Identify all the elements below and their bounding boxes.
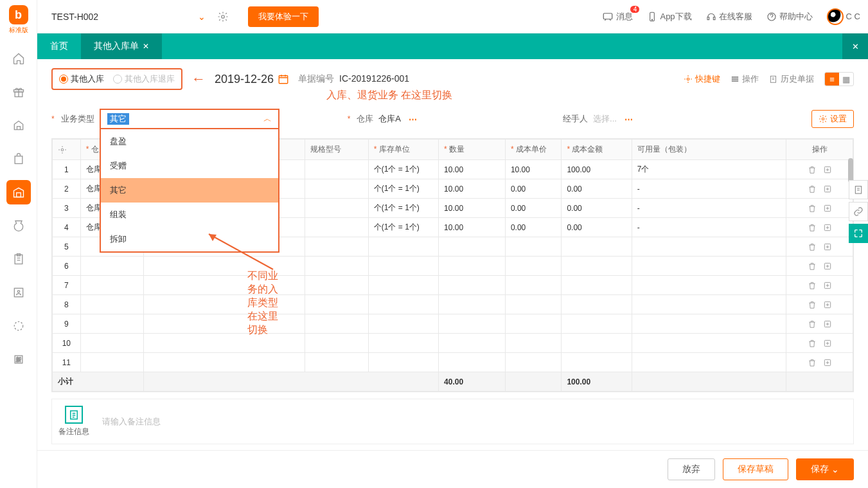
delete-row-icon[interactable] <box>808 262 817 271</box>
cell-item[interactable] <box>144 295 305 314</box>
cell-item[interactable] <box>144 353 305 372</box>
cell-qty[interactable]: 10.00 <box>439 218 506 237</box>
company-select[interactable]: TEST-H002 ⌄ <box>45 6 212 27</box>
dropdown-item[interactable]: 其它 <box>101 178 278 203</box>
ellipsis-icon[interactable]: ⋯ <box>409 114 418 124</box>
add-row-icon[interactable] <box>823 204 832 213</box>
cell-amount[interactable] <box>562 353 632 372</box>
cell-spec[interactable] <box>305 257 368 276</box>
cell-spec[interactable] <box>305 199 368 218</box>
customer-service-link[interactable]: 在线客服 <box>706 11 752 23</box>
nav-cycle-icon[interactable] <box>6 314 31 338</box>
cell-warehouse[interactable] <box>80 295 143 314</box>
delete-row-icon[interactable] <box>808 165 817 174</box>
cell-qty[interactable] <box>439 295 506 314</box>
delete-row-icon[interactable] <box>808 281 817 290</box>
messages-link[interactable]: 消息 4 <box>602 11 633 23</box>
add-row-icon[interactable] <box>823 165 832 174</box>
radio-other-return[interactable]: 其他入库退库 <box>113 73 175 85</box>
cell-spec[interactable] <box>305 353 368 372</box>
cell-price[interactable] <box>505 353 561 372</box>
nav-new-icon[interactable]: 新 <box>6 347 31 372</box>
view-list-button[interactable]: ≡ <box>825 73 839 86</box>
cell-spec[interactable] <box>305 276 368 295</box>
cell-qty[interactable] <box>439 314 506 334</box>
cell-unit[interactable] <box>368 353 438 372</box>
table-row[interactable]: 7 <box>53 276 853 295</box>
cell-price[interactable] <box>505 276 561 295</box>
warehouse-field[interactable]: * 仓库 仓库A ⋯ <box>348 113 418 125</box>
delete-row-icon[interactable] <box>808 300 817 309</box>
add-row-icon[interactable] <box>823 262 832 271</box>
table-row[interactable]: 8 <box>53 295 853 314</box>
cell-unit[interactable]: 个(1个 = 1个) <box>368 199 438 218</box>
add-row-icon[interactable] <box>823 185 832 194</box>
cell-unit[interactable] <box>368 276 438 295</box>
add-row-icon[interactable] <box>823 223 832 232</box>
cell-unit[interactable]: 个(1个 = 1个) <box>368 218 438 237</box>
cell-qty[interactable] <box>439 257 506 276</box>
operations-link[interactable]: 操作 <box>731 73 759 85</box>
tabs-close-all[interactable]: ✕ <box>842 33 868 59</box>
save-button[interactable]: 保存 ⌄ <box>796 458 854 480</box>
cell-amount[interactable] <box>562 334 632 353</box>
try-button[interactable]: 我要体验一下 <box>248 6 319 27</box>
delete-row-icon[interactable] <box>808 204 817 213</box>
rail-note-icon[interactable] <box>849 180 868 199</box>
cell-unit[interactable] <box>368 237 438 257</box>
cell-price[interactable] <box>505 237 561 257</box>
cell-price[interactable] <box>505 257 561 276</box>
delete-row-icon[interactable] <box>808 320 817 329</box>
user-menu[interactable]: C C <box>827 8 860 25</box>
view-grid-button[interactable]: ▦ <box>839 73 853 86</box>
cell-price[interactable] <box>505 314 561 334</box>
doc-date-field[interactable]: 单日期 2019-12-26 <box>215 73 289 86</box>
dropdown-item[interactable]: 受赠 <box>101 154 278 178</box>
add-row-icon[interactable] <box>823 242 832 251</box>
delete-row-icon[interactable] <box>808 242 817 251</box>
cell-warehouse[interactable] <box>80 257 143 276</box>
cell-spec[interactable] <box>305 179 368 199</box>
cell-spec[interactable] <box>305 160 368 179</box>
handler-field[interactable]: 经手人 选择... ⋯ <box>563 113 633 125</box>
cell-warehouse[interactable] <box>80 353 143 372</box>
nav-house-icon[interactable] <box>6 113 31 138</box>
tab-home[interactable]: 首页 <box>37 33 81 59</box>
cell-price[interactable] <box>505 334 561 353</box>
table-row[interactable]: 9 <box>53 314 853 334</box>
cell-unit[interactable] <box>368 334 438 353</box>
help-link[interactable]: 帮助中心 <box>766 11 813 23</box>
nav-money-icon[interactable] <box>6 213 31 238</box>
cell-amount[interactable] <box>562 257 632 276</box>
nav-gift-icon[interactable] <box>6 80 31 104</box>
cell-price[interactable] <box>505 295 561 314</box>
add-row-icon[interactable] <box>823 281 832 290</box>
nav-clipboard-icon[interactable] <box>6 247 31 271</box>
cell-qty[interactable] <box>439 276 506 295</box>
cell-qty[interactable] <box>439 353 506 372</box>
discard-button[interactable]: 放弃 <box>668 458 715 480</box>
cell-spec[interactable] <box>305 218 368 237</box>
scrollbar-thumb[interactable] <box>848 158 853 183</box>
cell-item[interactable] <box>144 276 305 295</box>
remark-input[interactable]: 请输入备注信息 <box>97 411 847 433</box>
cell-amount[interactable] <box>562 314 632 334</box>
cell-item[interactable] <box>144 334 305 353</box>
rail-link-icon[interactable] <box>849 202 868 221</box>
nav-home-icon[interactable] <box>6 46 31 71</box>
nav-bag-icon[interactable] <box>6 147 31 171</box>
cell-price[interactable]: 0.00 <box>505 179 561 199</box>
table-row[interactable]: 6 <box>53 257 853 276</box>
cell-unit[interactable]: 个(1个 = 1个) <box>368 160 438 179</box>
cell-qty[interactable]: 10.00 <box>439 199 506 218</box>
delete-row-icon[interactable] <box>808 223 817 232</box>
rail-expand-icon[interactable] <box>849 224 868 243</box>
hotkey-link[interactable]: 快捷键 <box>684 73 720 85</box>
nav-warehouse-icon[interactable] <box>6 180 31 204</box>
dropdown-item[interactable]: 盘盈 <box>101 129 278 154</box>
biztype-select[interactable]: 其它 ︿ <box>100 109 279 129</box>
cell-warehouse[interactable] <box>80 276 143 295</box>
table-row[interactable]: 10 <box>53 334 853 353</box>
add-row-icon[interactable] <box>823 358 832 367</box>
cell-qty[interactable]: 10.00 <box>439 160 506 179</box>
